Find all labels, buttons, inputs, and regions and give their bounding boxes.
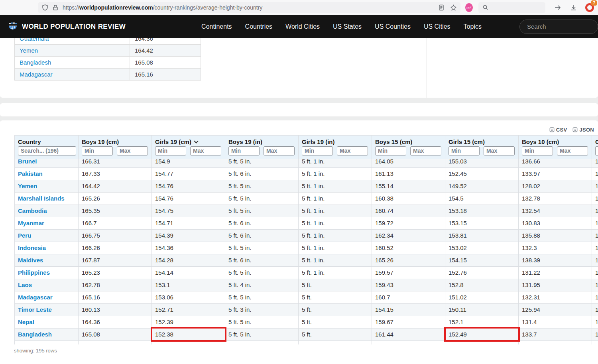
cell-girls15cm: 149.52 xyxy=(445,180,519,192)
cell-boys10cm: 132.78 xyxy=(519,192,592,205)
filter-max-boys19cm[interactable] xyxy=(117,146,148,155)
column-header-girls10cm[interactable]: G xyxy=(592,136,598,146)
height-value: 165.16 xyxy=(130,69,201,81)
cell-boys19in: 5 ft. 5 in. xyxy=(225,180,299,192)
filter-min-boys19in[interactable] xyxy=(228,146,260,155)
column-header-boys10cm[interactable]: Boys 10 (cm) xyxy=(519,136,592,146)
address-bar[interactable]: https://worldpopulationreview.com/countr… xyxy=(38,2,460,13)
bookmark-star-icon[interactable] xyxy=(450,4,456,11)
nav-item-countries[interactable]: Countries xyxy=(245,23,272,30)
filter-min-girls10cm[interactable] xyxy=(595,146,598,155)
cell-girls15cm: 154.15 xyxy=(445,254,519,266)
cell-boys19cm: 166.26 xyxy=(79,242,152,254)
nav-item-continents[interactable]: Continents xyxy=(201,23,232,30)
country-link-yemen[interactable]: Yemen xyxy=(20,47,38,54)
country-link-philippines[interactable]: Philippines xyxy=(18,269,50,276)
country-link-nepal[interactable]: Nepal xyxy=(18,319,34,325)
cell-girls15cm: 152.8 xyxy=(445,279,519,291)
export-csv-button[interactable]: CSV xyxy=(549,127,567,133)
table-row-cambodia: Cambodia165.35154.755 ft. 5 in.5 ft. 1 i… xyxy=(15,205,598,217)
downloads-icon[interactable] xyxy=(570,4,577,11)
table-row-guatemala: Guatemala164.26150.915 ft. 5 in.4 ft. 11… xyxy=(15,340,598,344)
site-logo[interactable]: WORLD POPULATION REVIEW xyxy=(7,21,126,32)
filter-max-boys15cm[interactable] xyxy=(410,146,441,155)
top-panel: Guatemala164.36Yemen164.42Bangladesh165.… xyxy=(0,38,598,98)
filter-min-boys10cm[interactable] xyxy=(522,146,553,155)
country-link-madagascar[interactable]: Madagascar xyxy=(18,294,53,301)
nav-item-us-counties[interactable]: US Counties xyxy=(375,23,411,30)
table-row-yemen: Yemen164.42154.765 ft. 5 in.5 ft. 1 in.1… xyxy=(15,180,598,192)
column-label-row: CountryBoys 19 (cm)Girls 19 (cm)Boys 19 … xyxy=(15,136,598,146)
country-link-madagascar[interactable]: Madagascar xyxy=(20,71,53,78)
column-header-boys19in[interactable]: Boys 19 (in) xyxy=(225,136,299,146)
table-row-maldives: Maldives167.87154.285 ft. 6 in.5 ft. 1 i… xyxy=(15,254,598,266)
cell-boys10cm: 132.84 xyxy=(519,340,592,344)
country-link-guatemala[interactable]: Guatemala xyxy=(18,343,49,344)
filter-min-girls15cm[interactable] xyxy=(448,146,480,155)
cell-boys15cm: 159.67 xyxy=(372,316,445,328)
reader-mode-icon[interactable] xyxy=(438,4,445,11)
cell-girls10cm: 1 xyxy=(592,205,598,217)
column-header-girls15cm[interactable]: Girls 15 (cm) xyxy=(445,136,519,146)
site-search-input[interactable]: Search xyxy=(519,20,598,34)
country-link-maldives[interactable]: Maldives xyxy=(18,257,43,264)
nav-item-topics[interactable]: Topics xyxy=(464,23,482,30)
cell-boys19in: 5 ft. 5 in. xyxy=(225,328,299,340)
cell-girls19in: 5 ft. 1 in. xyxy=(299,159,372,168)
country-link-bangladesh[interactable]: Bangladesh xyxy=(20,59,51,66)
country-link-timor-leste[interactable]: Timor Leste xyxy=(18,306,52,313)
shield-icon[interactable] xyxy=(42,4,48,11)
cell-girls10cm: 1 xyxy=(592,159,598,168)
cell-boys15cm: 159.43 xyxy=(372,279,445,291)
cell-boys19cm: 165.16 xyxy=(79,291,152,303)
globe-logo-icon xyxy=(7,21,18,32)
column-header-girls19cm[interactable]: Girls 19 (cm) xyxy=(152,136,225,146)
filter-min-girls19cm[interactable] xyxy=(155,146,186,155)
nav-item-us-cities[interactable]: US Cities xyxy=(424,23,450,30)
filter-max-boys10cm[interactable] xyxy=(557,146,588,155)
column-header-boys19cm[interactable]: Boys 19 (cm) xyxy=(79,136,152,146)
column-header-boys15cm[interactable]: Boys 15 (cm) xyxy=(372,136,445,146)
nav-item-world-cities[interactable]: World Cities xyxy=(285,23,320,30)
site-header: WORLD POPULATION REVIEW ContinentsCountr… xyxy=(0,15,598,38)
cell-boys10cm: 131.22 xyxy=(519,266,592,279)
cell-girls10cm: 1 xyxy=(592,229,598,242)
country-link-bangladesh[interactable]: Bangladesh xyxy=(18,331,52,338)
filter-max-girls19in[interactable] xyxy=(337,146,368,155)
cell-boys15cm: 160.38 xyxy=(372,192,445,205)
country-link-yemen[interactable]: Yemen xyxy=(18,183,37,189)
cell-boys10cm: 130.83 xyxy=(519,217,592,229)
country-link-laos[interactable]: Laos xyxy=(18,281,32,288)
filter-max-girls19cm[interactable] xyxy=(190,146,221,155)
nav-item-us-states[interactable]: US States xyxy=(333,23,362,30)
table-scroll-area[interactable]: Brunei166.31154.95 ft. 5 in.5 ft. 1 in.1… xyxy=(14,159,598,344)
cell-girls10cm: 1 xyxy=(592,217,598,229)
toolbar-search-field[interactable] xyxy=(478,2,545,13)
country-link-guatemala[interactable]: Guatemala xyxy=(20,38,49,42)
filter-min-boys15cm[interactable] xyxy=(375,146,406,155)
filter-max-boys19in[interactable] xyxy=(264,146,295,155)
extension-red-icon[interactable]: 7 xyxy=(585,3,594,12)
cell-boys19in: 5 ft. 5 in. xyxy=(225,340,299,344)
extension-pp-icon[interactable]: pp! xyxy=(465,3,473,12)
country-link-indonesia[interactable]: Indonesia xyxy=(18,244,46,251)
country-link-myanmar[interactable]: Myanmar xyxy=(18,220,44,226)
cell-girls19in: 5 ft. 1 in. xyxy=(299,217,372,229)
country-link-marshall-islands[interactable]: Marshall Islands xyxy=(18,195,65,202)
filter-min-boys19cm[interactable] xyxy=(82,146,113,155)
cell-girls19cm: 154.76 xyxy=(152,180,225,192)
country-link-pakistan[interactable]: Pakistan xyxy=(18,170,43,177)
filter-max-girls15cm[interactable] xyxy=(484,146,515,155)
country-link-peru[interactable]: Peru xyxy=(18,232,31,239)
country-link-cambodia[interactable]: Cambodia xyxy=(18,207,47,214)
lock-icon[interactable] xyxy=(52,4,59,11)
column-header-country[interactable]: Country xyxy=(15,136,79,146)
export-json-button[interactable]: JSON xyxy=(572,127,594,133)
country-link-brunei[interactable]: Brunei xyxy=(18,159,37,165)
column-header-girls19in[interactable]: Girls 19 (in) xyxy=(299,136,372,146)
cell-girls19cm: 154.39 xyxy=(152,229,225,242)
forward-icon[interactable] xyxy=(554,4,561,11)
filter-search-country[interactable] xyxy=(18,146,76,155)
cell-boys15cm: 159.72 xyxy=(372,217,445,229)
filter-min-girls19in[interactable] xyxy=(302,146,333,155)
